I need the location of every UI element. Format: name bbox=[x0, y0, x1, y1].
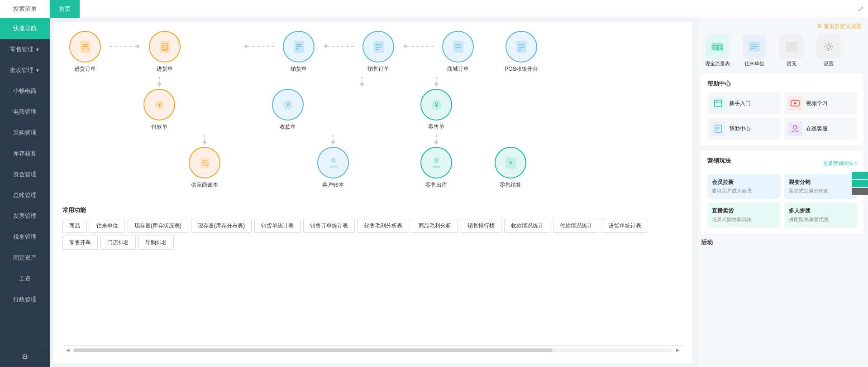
func-btn[interactable]: 现存量(库存状况表) bbox=[128, 219, 188, 233]
marketing-header: 营销玩法 更多营销玩法 > bbox=[707, 157, 857, 169]
customize-setting-btn[interactable]: ⚙首页自定义设置 bbox=[701, 23, 863, 30]
flow-node-sales-slip[interactable]: 销货单 bbox=[276, 31, 321, 73]
func-btn[interactable]: 往来单位 bbox=[90, 219, 125, 233]
marketing-item-member[interactable]: 会员拉新吸引用户成为会员 bbox=[707, 174, 781, 199]
marketing-more-btn[interactable]: 更多营销玩法 > bbox=[823, 160, 857, 167]
sidebar-item-finance[interactable]: 资金管理 bbox=[0, 164, 50, 185]
arrow-1-2 bbox=[110, 44, 140, 48]
svg-text:¥: ¥ bbox=[157, 101, 161, 108]
flow-node-purchase-slip[interactable]: 进货单 bbox=[142, 31, 187, 73]
marketing-card-desc: 场景式购物新玩法 bbox=[712, 216, 776, 223]
func-btn[interactable]: 商品 bbox=[62, 219, 87, 233]
flow-node-mall-order[interactable]: 商城订单 bbox=[435, 31, 481, 73]
func-buttons: 商品往来单位现存量(库存状况表)现存量(库存分布表)销货单统计表销售订单统计表销… bbox=[62, 219, 683, 250]
top-right: ⤢ bbox=[858, 5, 868, 13]
svg-text:流量表: 流量表 bbox=[711, 46, 724, 51]
flow-node-customer-account[interactable]: 客户账本 bbox=[310, 147, 356, 189]
flow-node-retail-out[interactable]: 零售出库 bbox=[414, 147, 459, 189]
flow-diagram: 进货订单 bbox=[62, 31, 683, 193]
scroll-track[interactable] bbox=[73, 348, 672, 352]
func-btn[interactable]: 收款情况统计 bbox=[504, 219, 550, 233]
marketing-card-title: 直播卖货 bbox=[712, 207, 776, 215]
marketing-card-desc: 拼团购物享受优惠 bbox=[789, 216, 853, 223]
sidebar-item-retail[interactable]: 零售管理▼ bbox=[0, 39, 50, 60]
sidebar: 快捷导航零售管理▼批发管理▼小畅电商电商管理采购管理库存核算资金管理总账管理发票… bbox=[0, 18, 50, 367]
svg-rect-45 bbox=[715, 100, 722, 106]
marketing-item-fission[interactable]: 裂变分销裂变式发展分销商 bbox=[784, 174, 858, 199]
sidebar-item-assets[interactable]: 固定资产 bbox=[0, 247, 50, 268]
svg-point-44 bbox=[827, 45, 830, 48]
sidebar-item-xiaochang[interactable]: 小畅电商 bbox=[0, 81, 50, 101]
scroll-left-arrow[interactable]: ◀ bbox=[64, 348, 72, 353]
marketing-title: 营销玩法 bbox=[707, 157, 731, 165]
sidebar-item-wholesale[interactable]: 批发管理▼ bbox=[0, 60, 50, 81]
fullscreen-icon[interactable]: ⤢ bbox=[858, 5, 863, 13]
svg-point-52 bbox=[793, 126, 797, 129]
sidebar-item-ecommerce[interactable]: 电商管理 bbox=[0, 101, 50, 122]
sidebar-item-payroll[interactable]: 工资 bbox=[0, 268, 50, 289]
flow-down-arrows-1 bbox=[62, 77, 459, 87]
flow-node-sales-order[interactable]: 销售订单 bbox=[356, 31, 401, 73]
sidebar-item-more[interactable]: 行政管理 bbox=[0, 289, 50, 310]
flow-row-2: ¥ 付款单 ¥ bbox=[62, 89, 459, 131]
flow-node-retail-settle[interactable]: ¥ 零售结算 bbox=[488, 147, 533, 189]
quick-icon-none[interactable]: 暂无 bbox=[775, 35, 808, 67]
help-item-beginner[interactable]: 新手入门 bbox=[707, 92, 781, 114]
quick-icon-cash-flow[interactable]: 流量表现金流量表 bbox=[701, 35, 734, 67]
sidebar-item-tax[interactable]: 税务管理 bbox=[0, 227, 50, 247]
quick-icon-partners[interactable]: 往来单位 bbox=[738, 35, 771, 67]
flow-node-pos[interactable]: POS收银开台 bbox=[499, 31, 544, 73]
flow-node-retail-order[interactable]: ¥ 零售单 bbox=[414, 89, 459, 131]
arrow-5-4 bbox=[403, 44, 434, 48]
func-btn[interactable]: 进货单统计表 bbox=[602, 219, 648, 233]
sidebar-settings-btn[interactable]: ⚙ bbox=[0, 346, 50, 367]
func-btn[interactable]: 销售毛利分析表 bbox=[358, 219, 409, 233]
func-btn[interactable]: 零售开单 bbox=[62, 236, 98, 250]
sidebar-item-invoice[interactable]: 发票管理 bbox=[0, 206, 50, 227]
marketing-item-group[interactable]: 多人拼团拼团购物享受优惠 bbox=[784, 203, 858, 227]
marketing-card-desc: 裂变式发展分销商 bbox=[789, 188, 853, 194]
help-center-title: 帮助中心 bbox=[707, 80, 857, 88]
func-btn[interactable]: 导购排名 bbox=[138, 236, 174, 250]
func-btn[interactable]: 销售订单统计表 bbox=[303, 219, 355, 233]
flow-row-1: 进货订单 bbox=[62, 31, 544, 73]
help-item-video[interactable]: 视频学习 bbox=[784, 92, 858, 114]
func-btn[interactable]: 商品毛利分析 bbox=[412, 219, 458, 233]
func-btn[interactable]: 付款情况统计 bbox=[553, 219, 599, 233]
sidebar-item-ledger[interactable]: 总账管理 bbox=[0, 185, 50, 206]
scroll-bar[interactable]: ◀ ▶ bbox=[62, 345, 683, 354]
float-btn-customer-service[interactable]: 客服热线 bbox=[852, 172, 868, 179]
search-menu-btn[interactable]: 搜索菜单 bbox=[0, 0, 50, 18]
main-content: 进货订单 bbox=[50, 18, 696, 367]
common-func-title: 常用功能 bbox=[62, 206, 683, 214]
sidebar-bottom: ⚙ bbox=[0, 346, 50, 367]
right-panel: ⚙首页自定义设置 流量表现金流量表往来单位暂无设置 帮助中心 新手入门视频学习帮… bbox=[696, 18, 868, 367]
float-btn-community[interactable]: 服务社区 bbox=[852, 180, 868, 187]
activity-title: 活动 bbox=[701, 238, 863, 246]
flow-node-supplier-account[interactable]: 供应商账本 bbox=[182, 147, 227, 189]
func-btn[interactable]: 门店排名 bbox=[100, 236, 136, 250]
help-item-help[interactable]: 帮助中心 bbox=[707, 118, 781, 140]
help-item-online-service[interactable]: 在线客服 bbox=[784, 118, 858, 140]
home-tab[interactable]: 首页 bbox=[50, 0, 80, 18]
help-center-card: 帮助中心 新手入门视频学习帮助中心在线客服 bbox=[701, 73, 863, 146]
content-area: 进货订单 bbox=[50, 18, 868, 367]
func-btn[interactable]: 销货单统计表 bbox=[254, 219, 300, 233]
sidebar-item-purchase[interactable]: 采购管理 bbox=[0, 122, 50, 143]
flow-node-receipt[interactable]: ¥ 收款单 bbox=[265, 89, 310, 131]
flow-node-purchase-order[interactable]: 进货订单 bbox=[62, 31, 108, 73]
svg-text:¥: ¥ bbox=[434, 101, 438, 108]
svg-rect-28 bbox=[200, 158, 209, 168]
quick-icons: 流量表现金流量表往来单位暂无设置 bbox=[701, 35, 863, 67]
sidebar-item-inventory[interactable]: 库存核算 bbox=[0, 143, 50, 164]
func-btn[interactable]: 现存量(库存分布表) bbox=[191, 219, 252, 233]
scroll-right-arrow[interactable]: ▶ bbox=[674, 348, 682, 353]
quick-icon-settings[interactable]: 设置 bbox=[812, 35, 845, 67]
sidebar-item-quick-nav[interactable]: 快捷导航 bbox=[0, 18, 50, 39]
flow-node-payment[interactable]: ¥ 付款单 bbox=[137, 89, 182, 131]
marketing-item-live[interactable]: 直播卖货场景式购物新玩法 bbox=[707, 203, 781, 227]
func-btn[interactable]: 销售排行榜 bbox=[461, 219, 501, 233]
common-functions: 常用功能 商品往来单位现存量(库存状况表)现存量(库存分布表)销货单统计表销售订… bbox=[62, 206, 683, 250]
float-btn-desktop[interactable]: 桌面快捷 bbox=[852, 188, 868, 195]
svg-rect-43 bbox=[786, 42, 797, 51]
